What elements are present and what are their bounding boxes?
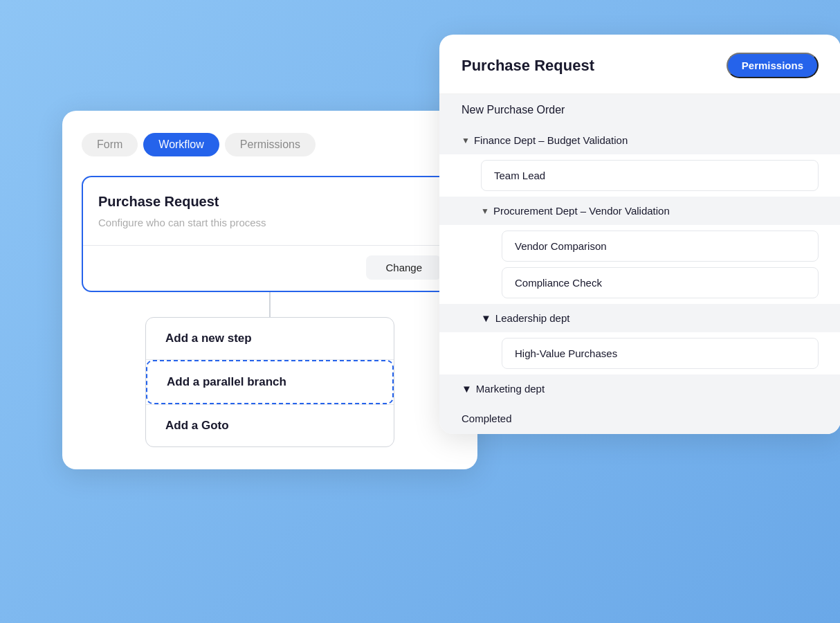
tab-form[interactable]: Form — [82, 133, 138, 156]
arrow-icon-leadership: ▼ — [481, 312, 491, 324]
rp-team-lead: Team Lead — [481, 160, 819, 191]
step-add-new[interactable]: Add a new step — [146, 318, 394, 359]
rp-section-leadership[interactable]: ▼ Leadership dept — [439, 304, 840, 332]
pr-card-subtitle: Configure who can start this process — [98, 217, 441, 228]
step-box: Add a new step Add a parallel branch Add… — [145, 317, 394, 447]
rp-high-value-purchases: High-Value Purchases — [502, 338, 819, 369]
pr-card-title: Purchase Request — [98, 194, 441, 210]
purchase-request-card: Purchase Request Configure who can start… — [82, 176, 458, 292]
rp-vendor-comparison: Vendor Comparison — [502, 231, 819, 262]
connector-line — [269, 292, 271, 317]
rp-section-procurement-label: Procurement Dept – Vendor Validation — [493, 205, 670, 217]
arrow-icon-procurement: ▼ — [481, 206, 489, 216]
rp-section-marketing[interactable]: ▼ Marketing dept — [439, 374, 840, 403]
rp-new-purchase-order: New Purchase Order — [439, 94, 840, 126]
left-panel: Form Workflow Permissions Purchase Reque… — [62, 111, 477, 469]
change-button[interactable]: Change — [366, 255, 441, 280]
arrow-icon-finance: ▼ — [462, 136, 470, 145]
rp-completed: Completed — [439, 403, 840, 434]
rp-title: Purchase Request — [462, 57, 594, 75]
tab-permissions-left[interactable]: Permissions — [225, 133, 316, 156]
rp-compliance-check: Compliance Check — [502, 267, 819, 298]
arrow-icon-marketing: ▼ — [462, 383, 472, 395]
tab-workflow[interactable]: Workflow — [143, 133, 219, 156]
rp-header: Purchase Request Permissions — [439, 35, 840, 94]
rp-section-procurement[interactable]: ▼ Procurement Dept – Vendor Validation — [439, 197, 840, 225]
tabs-row: Form Workflow Permissions — [82, 133, 458, 156]
step-add-goto[interactable]: Add a Goto — [146, 405, 394, 446]
right-panel: Purchase Request Permissions New Purchas… — [439, 35, 840, 434]
permissions-badge-button[interactable]: Permissions — [727, 53, 819, 78]
pr-card-bottom: Change — [98, 246, 441, 291]
step-add-parallel[interactable]: Add a parallel branch — [146, 360, 394, 404]
rp-section-finance[interactable]: ▼ Finance Dept – Budget Validation — [439, 126, 840, 154]
rp-section-leadership-label: Leadership dept — [495, 312, 570, 324]
rp-section-finance-label: Finance Dept – Budget Validation — [474, 134, 628, 146]
rp-section-marketing-label: Marketing dept — [476, 383, 545, 395]
rp-content: New Purchase Order ▼ Finance Dept – Budg… — [439, 94, 840, 434]
